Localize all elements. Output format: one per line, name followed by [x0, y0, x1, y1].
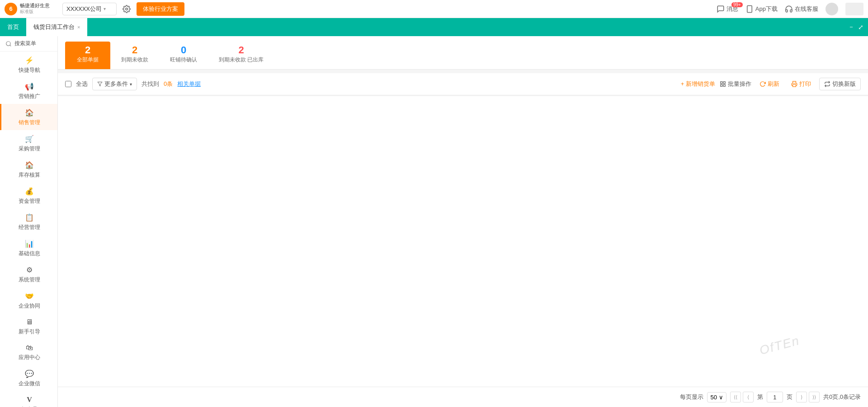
app-logo: 6 [5, 3, 17, 15]
online-service-label: 在线客服 [795, 5, 818, 13]
stat-overdue-shipped-label: 到期未收款 已出库 [219, 56, 264, 64]
stat-all-num: 2 [85, 44, 90, 56]
page-suffix: 页 [785, 393, 794, 401]
app-download-label: App下载 [755, 5, 778, 13]
sidebar-item-operations[interactable]: 📋 经营管理 [0, 209, 57, 235]
stat-tab-overdue-shipped[interactable]: 2 到期未收款 已出库 [208, 42, 274, 69]
tab-maximize-icon[interactable]: ⤢ [858, 23, 863, 31]
stat-pending-num: 0 [181, 44, 186, 56]
sidebar-item-marketing[interactable]: 📢 营销推广 [0, 78, 57, 104]
sidebar-item-label-app-center: 应用中心 [19, 354, 40, 361]
svg-rect-8 [723, 84, 725, 86]
member-icon: V [27, 396, 32, 404]
toolbar: 全选 更多条件 ▾ 共找到 0条 相关单据 + 新增销货单 批 [58, 73, 868, 95]
sidebar-item-label-finance: 资金管理 [19, 197, 40, 205]
sidebar-item-label-system: 系统管理 [19, 276, 40, 284]
svg-rect-7 [723, 82, 725, 84]
tab-home[interactable]: 首页 [0, 18, 26, 36]
page-size-chevron-icon: ∨ [719, 394, 723, 401]
tab-minimize-icon[interactable]: － [848, 23, 854, 31]
stat-tab-all[interactable]: 2 全部单据 [65, 42, 110, 69]
sidebar-item-label-purchase: 采购管理 [19, 145, 40, 153]
app-center-icon: 🛍 [26, 344, 33, 352]
print-btn[interactable]: 打印 [788, 78, 815, 90]
wechat-icon: 💬 [25, 370, 34, 378]
stat-tab-pending[interactable]: 0 旺铺待确认 [159, 42, 208, 69]
refresh-btn[interactable]: 刷新 [756, 78, 783, 90]
online-service-btn[interactable]: 在线客服 [785, 5, 818, 13]
sidebar-item-base-info[interactable]: 📊 基础信息 [0, 235, 57, 261]
stat-overdue-shipped-num: 2 [239, 44, 244, 56]
sidebar-item-label-operations: 经营管理 [19, 224, 40, 231]
page-label: 第 [755, 393, 765, 401]
app-download-btn[interactable]: App下载 [745, 5, 778, 13]
filter-label: 更多条件 [104, 80, 128, 88]
sidebar-item-purchase[interactable]: 🛒 采购管理 [0, 130, 57, 156]
sidebar-item-finance[interactable]: 💰 资金管理 [0, 182, 57, 209]
tab-bar: 首页 钱货日清工作台 × － ⤢ [0, 18, 868, 36]
sidebar-item-label-wechat: 企业微信 [19, 380, 40, 388]
sidebar-item-wechat[interactable]: 💬 企业微信 [0, 365, 57, 391]
stat-overdue-num: 2 [132, 44, 137, 56]
total-info: 共0页,0条记录 [823, 393, 861, 401]
brand-sub: 标准版 [20, 9, 50, 15]
stat-tab-overdue[interactable]: 2 到期未收款 [110, 42, 159, 69]
add-sales-order-label: + 新增销货单 [681, 80, 715, 88]
page-input[interactable] [767, 392, 783, 402]
filter-btn[interactable]: 更多条件 ▾ [92, 78, 137, 90]
sidebar-item-guide[interactable]: 🖥 新手引导 [0, 313, 57, 339]
found-suffix[interactable]: 相关单据 [177, 80, 201, 88]
stat-tabs: 2 全部单据 2 到期未收款 0 旺铺待确认 2 到期未收款 已出库 [58, 36, 868, 70]
tab-bar-actions: － ⤢ [848, 18, 868, 36]
company-selector[interactable]: XXXXXX公司 ▾ [62, 3, 117, 15]
marketing-icon: 📢 [25, 82, 34, 91]
guide-icon: 🖥 [26, 318, 33, 326]
batch-btn[interactable]: 批量操作 [720, 80, 751, 88]
sidebar-item-member[interactable]: V 畅会员 [0, 391, 57, 407]
switch-icon [824, 81, 830, 87]
batch-label: 批量操作 [728, 80, 751, 88]
sidebar-search[interactable]: 搜索菜单 [0, 36, 57, 51]
settings-icon[interactable] [120, 3, 133, 15]
avatar[interactable] [826, 3, 838, 15]
message-btn[interactable]: 消息 99+ [717, 5, 738, 13]
chevron-down-icon: ▾ [104, 6, 106, 11]
quick-nav-icon: ⚡ [25, 56, 34, 65]
found-prefix: 共找到 [142, 80, 159, 88]
operations-icon: 📋 [25, 213, 34, 222]
tab-cash-goods[interactable]: 钱货日清工作台 × [26, 18, 87, 36]
page-last-btn[interactable]: ⟩⟩ [809, 392, 820, 402]
svg-rect-9 [721, 84, 722, 86]
sidebar-item-sales[interactable]: 🏠 销售管理 [0, 104, 57, 130]
user-menu[interactable] [845, 3, 863, 15]
filter-chevron-icon: ▾ [130, 82, 132, 87]
brand-name: 畅捷通好生意 [20, 3, 50, 9]
sidebar-item-label-marketing: 营销推广 [19, 93, 40, 100]
sidebar-item-quick-nav[interactable]: ⚡ 快捷导航 [0, 51, 57, 78]
header-right: 消息 99+ App下载 在线客服 [717, 3, 863, 15]
refresh-icon [760, 81, 766, 87]
switch-new-version-btn[interactable]: 切换新版 [819, 78, 861, 90]
add-sales-order-btn[interactable]: + 新增销货单 [681, 80, 715, 88]
select-all-checkbox[interactable] [65, 81, 71, 87]
page-next-btn[interactable]: ⟩ [796, 392, 807, 402]
filter-icon [97, 81, 103, 87]
experience-btn[interactable]: 体验行业方案 [137, 2, 184, 16]
tab-close-icon[interactable]: × [77, 24, 80, 30]
sidebar: 搜索菜单 ⚡ 快捷导航 📢 营销推广 🏠 销售管理 🛒 采购管理 🏠 库存核算 … [0, 36, 58, 407]
sidebar-item-inventory[interactable]: 🏠 库存核算 [0, 156, 57, 182]
page-prev-btn[interactable]: ⟨ [743, 392, 754, 402]
message-badge: 99+ [731, 2, 743, 7]
sidebar-item-app-center[interactable]: 🛍 应用中心 [0, 339, 57, 365]
print-label: 打印 [799, 80, 811, 88]
sidebar-item-system[interactable]: ⚙ 系统管理 [0, 261, 57, 287]
table-area [58, 96, 868, 387]
sidebar-item-enterprise[interactable]: 🤝 企业协同 [0, 287, 57, 313]
sidebar-item-label-base-info: 基础信息 [19, 250, 40, 257]
sidebar-item-label-enterprise: 企业协同 [19, 302, 40, 310]
page-first-btn[interactable]: ⟨⟨ [730, 392, 741, 402]
page-size-select[interactable]: 50 ∨ [707, 392, 726, 402]
svg-line-4 [10, 45, 11, 46]
inventory-icon: 🏠 [25, 161, 34, 169]
page-nav: ⟨⟨ ⟨ 第 页 ⟩ ⟩⟩ [730, 392, 820, 402]
